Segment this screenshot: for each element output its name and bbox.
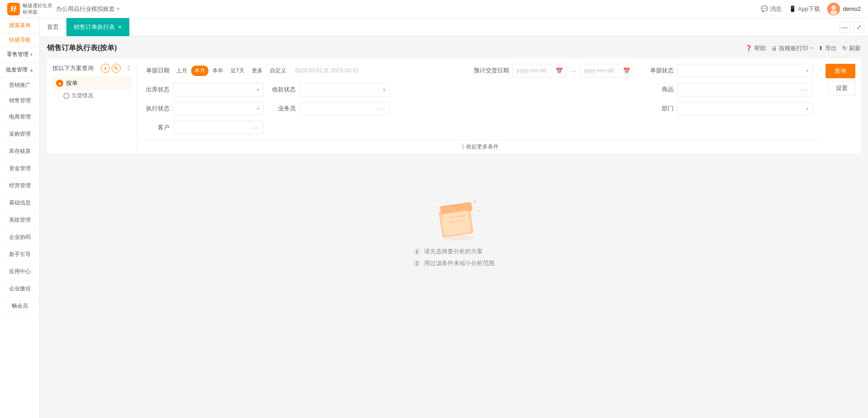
query-btn[interactable]: 查询 (826, 64, 855, 78)
message-icon: 💬 (761, 5, 768, 12)
sidebar-quick-nav[interactable]: 快捷导航 (0, 33, 39, 47)
setting-btn[interactable]: 设置 (828, 81, 855, 95)
step-1-text: 请先选择要分析的方案 (424, 247, 483, 256)
sidebar-item-marketing[interactable]: 营销推广 (0, 78, 39, 93)
date-to-val: yyyy-mm-dd (584, 67, 613, 74)
user-area[interactable]: demo2 (827, 3, 861, 15)
sidebar-item-finance-mgmt[interactable]: 资金管理 (0, 160, 39, 177)
sidebar-item-sys-mgmt[interactable]: 系统管理 (0, 212, 39, 229)
sidebar-item-operations-mgmt[interactable]: 经营管理 (0, 177, 39, 195)
exec-status-select[interactable]: ▾ (173, 102, 264, 115)
svg-text:✦: ✦ (472, 198, 477, 205)
sidebar-item-wholesale-mgmt[interactable]: 批发管理 ▲ (0, 62, 39, 78)
sidebar-item-new-guide[interactable]: 新手引导 (0, 246, 39, 263)
date-btn-custom[interactable]: 自定义 (267, 66, 289, 76)
scheme-collapse-btn[interactable]: 《 (123, 64, 132, 73)
avatar (827, 3, 840, 15)
scheme-header-label: 按以下方案查询 (52, 64, 94, 72)
date-btn-this-month[interactable]: 本月 (191, 66, 208, 76)
page-title: 销售订单执行表(按单) (47, 43, 117, 53)
breadcrumb[interactable]: 办公用品行业模拟账套 ▾ (56, 5, 120, 13)
filter-row-4: 客户 ··· (145, 121, 813, 134)
sidebar-item-corp-wechat[interactable]: 企业微信 (0, 280, 39, 298)
sidebar-item-sales-mgmt[interactable]: 销售管理 (0, 93, 39, 109)
sub-scheme-item-debt[interactable]: 欠货情况 (52, 90, 132, 101)
filter-item-exec-status: 执行状态 ▾ (145, 102, 264, 115)
product-label: 商品 (649, 86, 674, 94)
collect-chevron-icon: ▾ (383, 87, 386, 93)
filter-item-dept: 部门 ▾ (649, 102, 813, 115)
sidebar-item-basic-info[interactable]: 基础信息 (0, 195, 39, 212)
expected-date-from-input[interactable]: yyyy-mm-dd 📅 (513, 64, 567, 77)
sidebar-item-membership[interactable]: 畅会员 (0, 298, 39, 315)
customer-input[interactable]: ··· (173, 121, 264, 134)
print-icon: 🖨 (771, 45, 777, 52)
app-icon: 📱 (789, 5, 796, 12)
step-2-num: 2 (413, 260, 420, 267)
scheme-add-btn[interactable]: + (101, 64, 110, 73)
scheme-edit-btn[interactable]: ✎ (112, 64, 121, 73)
sidebar-item-retail-mgmt[interactable]: 零售管理 ▾ (0, 47, 39, 62)
step-2-text: 用过滤条件来缩小分析范围 (424, 259, 495, 267)
sidebar-item-ecom-mgmt[interactable]: 电商管理 (0, 109, 39, 126)
export-btn[interactable]: ⬆ 导出 (818, 44, 837, 52)
dept-select[interactable]: ▾ (677, 102, 813, 115)
date-range-text: 2023-03-01 至 2023-03-31 (295, 67, 359, 75)
date-separator: — (571, 67, 576, 74)
filter-date-label: 单据日期 (145, 66, 170, 75)
expected-delivery-label: 预计交货日期 (473, 66, 509, 75)
date-btn-more[interactable]: 更多 (249, 66, 266, 76)
sales-rep-input[interactable]: ··· (299, 102, 390, 115)
refresh-btn[interactable]: ↻ 刷新 (842, 44, 861, 52)
product-more-icon: ··· (801, 86, 809, 93)
breadcrumb-label: 办公用品行业模拟账套 (56, 5, 115, 13)
minimize-btn[interactable]: — (839, 22, 850, 33)
collapse-btn[interactable]: 《 收起更多条件 (137, 140, 820, 153)
status-select[interactable]: ▾ (677, 64, 813, 77)
empty-step-2: 2 用过滤条件来缩小分析范围 (413, 259, 495, 267)
collect-status-select[interactable]: ▾ (299, 83, 390, 96)
empty-illustration: ✦ ✦ ✦ (431, 195, 476, 240)
filter-item-collect-status: 收款状态 ▾ (271, 83, 390, 96)
status-chevron-icon: ▾ (806, 68, 809, 74)
tab-sales-exec[interactable]: 销售订单执行表 ✕ (66, 18, 130, 36)
empty-text: 1 请先选择要分析的方案 2 用过滤条件来缩小分析范围 (413, 247, 495, 267)
sidebar-item-label: 零售管理 (7, 51, 28, 58)
scheme-item-anorder[interactable]: ● 按单 (52, 76, 132, 90)
date-quick-btns: 上月 本月 本年 近7天 更多 自定义 (173, 66, 289, 76)
sidebar-item-purchase-mgmt[interactable]: 采购管理 (0, 126, 39, 143)
help-btn[interactable]: ❓ 帮助 (745, 44, 766, 52)
tab-close-icon[interactable]: ✕ (118, 24, 122, 30)
sidebar-search[interactable]: 搜索菜单 (0, 18, 39, 33)
export-icon: ⬆ (818, 45, 823, 52)
tab-home[interactable]: 首页 (40, 18, 66, 36)
filter-row-3: 执行状态 ▾ 业务员 ··· (145, 102, 813, 115)
sidebar-item-app-center[interactable]: 应用中心 (0, 263, 39, 280)
expected-date-to-input[interactable]: yyyy-mm-dd 📅 (580, 64, 634, 77)
sidebar-item-inventory-calc[interactable]: 库存核算 (0, 143, 39, 160)
top-bar: 好 畅捷通好生意 标准版 办公用品行业模拟账套 ▾ 💬 消息 📱 App下载 (0, 0, 868, 18)
sidebar-item-label: 批发管理 (6, 66, 28, 74)
breadcrumb-arrow-icon: ▾ (117, 5, 120, 12)
date-btn-last-month[interactable]: 上月 (173, 66, 190, 76)
filter-item-delivery-status: 出库状态 ▾ (145, 83, 264, 96)
delivery-status-select[interactable]: ▾ (173, 83, 264, 96)
scheme-panel: 按以下方案查询 + ✎ 《 ● 按单 (47, 58, 137, 153)
calendar-icon: 📅 (556, 67, 563, 74)
svg-rect-6 (441, 210, 471, 236)
collect-status-label: 收款状态 (271, 86, 296, 94)
dept-chevron-icon: ▾ (806, 106, 809, 112)
print-btn[interactable]: 🖨 按模板打印 ▾ (771, 44, 813, 52)
message-btn[interactable]: 💬 消息 (761, 5, 782, 13)
filter-row-2: 出库状态 ▾ 收款状态 (145, 83, 813, 96)
page-title-bar: 销售订单执行表(按单) ❓ 帮助 🖨 按模板打印 ▾ ⬆ 导出 (47, 43, 861, 53)
sidebar-item-corp-collab[interactable]: 企业协同 (0, 229, 39, 246)
app-download-btn[interactable]: 📱 App下载 (789, 5, 820, 13)
date-btn-this-year[interactable]: 本年 (209, 66, 226, 76)
top-bar-right: 💬 消息 📱 App下载 demo2 (761, 3, 861, 15)
scheme-item-icon: ● (56, 80, 63, 87)
maximize-btn[interactable]: ⤢ (854, 22, 864, 33)
date-btn-7days[interactable]: 近7天 (227, 66, 248, 76)
product-input[interactable]: ··· (677, 83, 813, 96)
filter-item-customer: 客户 ··· (145, 121, 264, 134)
